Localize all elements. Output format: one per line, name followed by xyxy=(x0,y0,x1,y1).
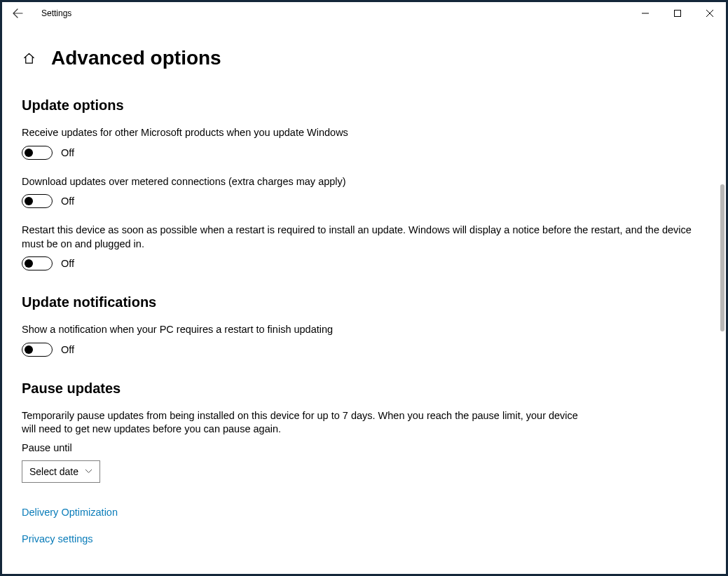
svg-rect-1 xyxy=(675,11,681,17)
toggle-knob xyxy=(25,259,33,268)
scrollbar-thumb[interactable] xyxy=(720,184,724,331)
metered-desc: Download updates over metered connection… xyxy=(22,175,706,189)
section-title-update-options: Update options xyxy=(22,97,706,114)
notify-desc: Show a notification when your PC require… xyxy=(22,323,706,337)
back-button[interactable] xyxy=(11,6,25,20)
home-button[interactable] xyxy=(22,51,36,65)
toggle-knob xyxy=(25,197,33,205)
minimize-icon xyxy=(642,10,649,17)
toggle-knob xyxy=(25,345,33,354)
close-button[interactable] xyxy=(694,2,726,25)
close-icon xyxy=(706,10,713,17)
content-area: Advanced options Update options Receive … xyxy=(2,25,726,544)
pause-until-label: Pause until xyxy=(22,442,706,453)
chevron-down-icon xyxy=(85,469,92,474)
restart-state: Off xyxy=(61,258,74,269)
titlebar: Settings xyxy=(2,2,726,25)
restart-toggle-row: Off xyxy=(22,256,706,270)
section-pause-updates: Pause updates Temporarily pause updates … xyxy=(22,380,706,483)
privacy-settings-link[interactable]: Privacy settings xyxy=(22,533,93,544)
receive-updates-toggle-row: Off xyxy=(22,146,706,160)
pause-until-select[interactable]: Select date xyxy=(22,460,100,483)
restart-toggle[interactable] xyxy=(22,256,53,270)
notify-toggle-row: Off xyxy=(22,343,706,357)
maximize-icon xyxy=(674,10,681,17)
metered-toggle-row: Off xyxy=(22,194,706,208)
titlebar-left: Settings xyxy=(11,6,71,20)
minimize-button[interactable] xyxy=(629,2,661,25)
notify-toggle[interactable] xyxy=(22,343,53,357)
delivery-optimization-link[interactable]: Delivery Optimization xyxy=(22,507,118,518)
section-update-notifications: Update notifications Show a notification… xyxy=(22,294,706,357)
restart-desc: Restart this device as soon as possible … xyxy=(22,224,706,251)
metered-state: Off xyxy=(61,196,74,207)
receive-updates-desc: Receive updates for other Microsoft prod… xyxy=(22,126,706,140)
toggle-knob xyxy=(25,149,33,157)
page-header: Advanced options xyxy=(22,47,706,69)
window-controls xyxy=(629,2,726,25)
maximize-button[interactable] xyxy=(661,2,694,25)
pause-desc: Temporarily pause updates from being ins… xyxy=(22,409,582,437)
notify-state: Off xyxy=(61,344,74,355)
arrow-left-icon xyxy=(12,8,23,19)
section-title-update-notifications: Update notifications xyxy=(22,294,706,310)
section-update-options: Update options Receive updates for other… xyxy=(22,97,706,270)
home-icon xyxy=(22,52,36,65)
pause-until-value: Select date xyxy=(29,466,78,477)
window-title: Settings xyxy=(41,8,71,18)
settings-window: Settings xyxy=(0,0,728,576)
receive-updates-toggle[interactable] xyxy=(22,146,53,160)
receive-updates-state: Off xyxy=(61,147,74,158)
page-title: Advanced options xyxy=(51,47,221,69)
section-title-pause-updates: Pause updates xyxy=(22,380,706,397)
metered-toggle[interactable] xyxy=(22,194,53,208)
